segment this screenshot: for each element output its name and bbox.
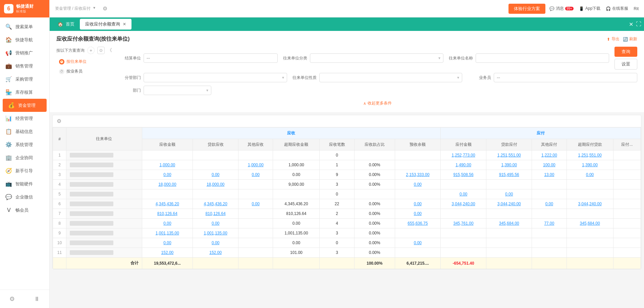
breadcrumb-dropdown-icon[interactable]: ▾ [93,5,100,12]
table-scroll-area[interactable]: # 往来单位 应收 应付 应收金额 贷款应收 其他应收 超期应收金额 应收笔数 … [53,127,641,269]
cell-ar-loan-10[interactable]: 152.00 [193,248,238,258]
cell-ar-amount-2[interactable]: 0.00 [142,170,193,180]
partner-name-input[interactable] [476,53,609,63]
cell-ap-other-1[interactable]: 100.00 [532,160,567,170]
tab-expand-icon[interactable]: ⛶ [636,21,641,27]
cell-ap-overdue-5[interactable]: 3,044,240.00 [567,199,613,209]
cell-ar-amount-1[interactable]: 1,000.00 [142,160,193,170]
sidebar-item-system[interactable]: ⚙️ 系统管理 [0,138,49,151]
sidebar-collapse-icon[interactable]: ⏸ [32,294,42,305]
sidebar-item-shortcut[interactable]: 🏠 快捷导航 [0,33,49,46]
settlement-unit-input[interactable]: ··· [144,53,278,63]
sidebar-item-wechat[interactable]: 💬 企业微信 [0,190,49,204]
cell-ap-amount-1[interactable]: 1,490.00 [440,160,486,170]
filter-settings-button[interactable]: ⊙ [97,47,105,54]
cell-ar-amount-7[interactable]: 0.00 [142,219,193,228]
cell-ar-prepay-3[interactable]: 0.00 [395,180,440,189]
cell-ar-loan-7[interactable]: 0.00 [193,219,238,228]
tab-close-window-icon[interactable]: ✕ [629,21,633,28]
cell-ap-overdue-0[interactable]: 1,251,551.00 [567,150,613,160]
cell-ap-loan-2[interactable]: 915,495.56 [486,170,532,180]
cell-ar-amount-3[interactable]: 18,000.00 [142,180,193,189]
scheme-item-by-partner[interactable]: 按往来单位 [56,57,112,66]
sidebar-item-member[interactable]: Ⅴ 畅会员 [0,204,49,217]
message-button[interactable]: 💬 消息 99+ [549,6,574,11]
cell-ar-amount-9[interactable]: 0.00 [142,238,193,248]
query-button[interactable]: 查询 [614,47,637,57]
cell-ar-other-1[interactable]: 1,000.00 [238,160,273,170]
cell-ap-amount-5[interactable]: 3,044,240.00 [440,199,486,209]
tab-query[interactable]: 应收应付余额查询 ✕ [80,19,131,30]
cell-ap-loan-1[interactable]: 1,390.00 [486,160,532,170]
cell-ap-loan-7[interactable]: 345,684.00 [486,219,532,228]
scheme-item-by-staff[interactable]: ⏱ 按业务员 [56,67,112,76]
app-download-button[interactable]: 📱 App下载 [579,6,600,11]
cell-ap-loan-5[interactable]: 3,044,240.00 [486,199,532,209]
cell-ar-amount-5[interactable]: 4,345,436.20 [142,199,193,209]
cell-ar-amount-6[interactable]: 810,126.64 [142,209,193,219]
cell-ar-other-2[interactable]: 0.00 [238,170,273,180]
cell-ap-amount-0[interactable]: 1,252,773.00 [440,150,486,160]
cell-ap-overdue-1[interactable]: 1,390.00 [567,160,613,170]
cell-ap-loan-0[interactable]: 1,251,551.00 [486,150,532,160]
header-gear-icon[interactable]: ⚙ [103,5,109,12]
cell-no-3: 4 [53,180,66,189]
sidebar-settings-icon[interactable]: ⚙ [7,293,17,305]
cell-ap-amount-7[interactable]: 345,761.00 [440,219,486,228]
table-row: 11 152.00 152.00 101.00 3 0.00% [53,248,641,258]
cell-ar-prepay-7[interactable]: 655,636.75 [395,219,440,228]
cell-ar-loan-8[interactable]: 1,001,135.00 [193,228,238,238]
sidebar-item-purchase[interactable]: 🛒 采购管理 [0,73,49,86]
dept-manage-input[interactable]: ▾ [144,73,287,82]
cell-ar-prepay-2[interactable]: 2,153,333.00 [395,170,440,180]
cell-ar-loan-3[interactable]: 18,000.00 [193,180,238,189]
dept-input[interactable]: ▾ [144,86,211,95]
cell-ap-other-7[interactable]: 77.00 [532,219,567,228]
cell-ar-loan-9[interactable]: 0.00 [193,238,238,248]
sidebar-item-guide[interactable]: 🧭 新手引导 [0,164,49,177]
cell-ar-amount-10[interactable]: 152.00 [142,248,193,258]
partner-nature-input[interactable]: ▾ [319,73,462,82]
cell-ar-loan-2[interactable]: 0.00 [193,170,238,180]
cell-ap-overdue-7[interactable]: 345,684.00 [567,219,613,228]
cell-ar-loan-6[interactable]: 810,126.64 [193,209,238,219]
sidebar-item-sales[interactable]: 💼 销售管理 [0,59,49,73]
online-service-button[interactable]: 🎧 在线客服 [606,6,628,11]
sidebar-item-enterprise[interactable]: 🏢 企业协同 [0,151,49,164]
collapse-more-button[interactable]: ∧ 收起更多条件 [117,98,637,108]
sidebar-item-finance[interactable]: 💰 资金管理 [3,99,47,112]
cell-ap-other-0[interactable]: 1,222.00 [532,150,567,160]
filter-collapse-button[interactable]: 《 [107,47,112,53]
refresh-button[interactable]: 🔄 刷新 [623,36,637,42]
user-menu[interactable]: Rit [634,6,639,11]
cell-ar-amount-8[interactable]: 1,001,135.00 [142,228,193,238]
export-button[interactable]: ⬆ 导出 [607,36,620,42]
sidebar-item-basic[interactable]: 📋 基础信息 [0,125,49,138]
cell-ap-loan-4[interactable]: 0.00 [486,189,532,199]
sidebar-item-inventory[interactable]: 🏪 库存核算 [0,86,49,99]
set-button[interactable]: 设置 [614,59,637,70]
promo-button[interactable]: 体验行业方案 [508,4,545,14]
cell-ar-prepay-6[interactable]: 0.00 [395,209,440,219]
table-settings-icon[interactable]: ⚙ [57,118,61,124]
cell-ap-amount-4[interactable]: 0.00 [440,189,486,199]
cell-ap-overdue-2[interactable]: 0.00 [567,170,613,180]
tab-close-icon[interactable]: ✕ [123,22,126,27]
cell-ar-prepay-9[interactable]: 0.00 [395,238,440,248]
tab-home[interactable]: 🏠 首页 [52,19,80,30]
salesperson-input[interactable]: ··· [494,73,637,82]
sidebar-item-marketing[interactable]: 📢 营销推广 [0,46,49,59]
sidebar-item-search[interactable]: 🔍 搜索菜单 [0,20,49,33]
table-row: 4 18,000.00 18,000.00 9,000.00 3 0.00% 0… [53,180,641,189]
cell-ap-other-5[interactable]: 0.00 [532,199,567,209]
sidebar-item-operation[interactable]: 📊 经营管理 [0,112,49,125]
cell-ap-other-2[interactable]: 13.00 [532,170,567,180]
dept-label: 部门 [117,88,141,93]
cell-ar-loan-5[interactable]: 4,345,436.20 [193,199,238,209]
sidebar-item-hardware[interactable]: 📺 智能硬件 [0,177,49,190]
partner-category-input[interactable]: ▾ [310,53,443,63]
cell-ar-other-5[interactable]: 0.00 [238,199,273,209]
filter-add-button[interactable]: + [87,47,95,54]
cell-ar-prepay-5[interactable]: 0.00 [395,199,440,209]
cell-ap-amount-2[interactable]: 915,508.56 [440,170,486,180]
